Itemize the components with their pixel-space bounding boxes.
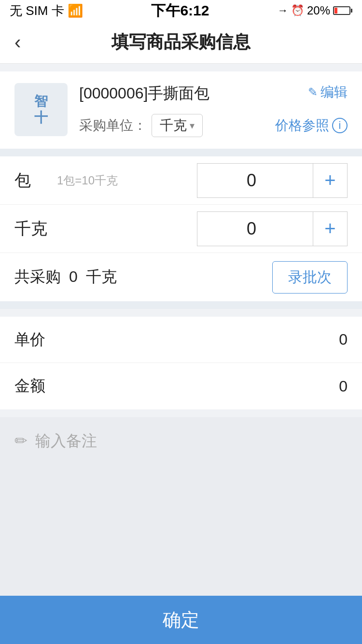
unit-value: 千克	[160, 116, 187, 135]
product-thumbnail: 智 十	[14, 83, 68, 136]
bao-input[interactable]	[197, 163, 313, 198]
back-button[interactable]: ‹	[14, 31, 43, 53]
confirm-button[interactable]: 确定	[0, 596, 362, 644]
location-icon: →	[278, 4, 288, 17]
separator-1	[0, 149, 362, 156]
product-logo: 智 十	[34, 93, 48, 126]
note-placeholder: 输入备注	[35, 431, 97, 452]
status-bar: 无 SIM 卡 📶 下午6:12 → ⏰ 20%	[0, 0, 362, 21]
amount-value: 0	[339, 378, 348, 395]
bao-control: +	[197, 163, 348, 198]
bao-sublabel: 1包=10千克	[57, 173, 197, 188]
bao-label: 包	[14, 169, 53, 192]
qianke-input[interactable]	[197, 211, 313, 246]
summary-text: 共采购 0 千克	[14, 266, 117, 288]
bao-row: 包 1包=10千克 +	[0, 156, 362, 205]
unit-select[interactable]: 千克 ▾	[152, 114, 203, 137]
qianke-control: +	[197, 211, 348, 246]
status-time: 下午6:12	[151, 1, 209, 21]
product-section: 智 十 [0000006]手撕面包 ✎ 编辑 采购单位： 千克 ▾	[0, 71, 362, 149]
qianke-label: 千克	[14, 218, 53, 240]
bao-plus-button[interactable]: +	[313, 163, 348, 198]
unit-label: 采购单位：	[79, 116, 147, 135]
product-unit: 采购单位： 千克 ▾	[79, 114, 203, 137]
sim-wifi-label: 无 SIM 卡 📶	[10, 2, 83, 19]
unit-price-label: 单价	[14, 329, 45, 350]
status-left: 无 SIM 卡 📶	[10, 2, 83, 19]
info-icon: i	[332, 118, 348, 133]
product-name: [0000006]手撕面包	[79, 83, 209, 104]
battery-icon	[333, 6, 352, 15]
price-ref-button[interactable]: 价格参照 i	[275, 116, 348, 135]
edit-icon: ✎	[308, 85, 318, 99]
product-info: [0000006]手撕面包 ✎ 编辑 采购单位： 千克 ▾ 价格参照 i	[79, 83, 348, 137]
qianke-row: 千克 +	[0, 205, 362, 253]
separator-2	[0, 301, 362, 309]
status-right: → ⏰ 20%	[278, 4, 352, 17]
alarm-icon: ⏰	[291, 4, 304, 17]
unit-price-row: 单价 0	[0, 317, 362, 363]
amount-label: 金额	[14, 376, 45, 397]
price-section: 单价 0 金额 0	[0, 317, 362, 409]
amount-row: 金额 0	[0, 363, 362, 409]
edit-button[interactable]: ✎ 编辑	[308, 83, 348, 101]
page-title: 填写商品采购信息	[111, 30, 251, 54]
battery-percent: 20%	[307, 4, 330, 17]
input-section: 包 1包=10千克 + 千克 + 共采购 0 千克 录批次	[0, 156, 362, 301]
summary-row: 共采购 0 千克 录批次	[0, 253, 362, 301]
batch-button[interactable]: 录批次	[272, 261, 348, 294]
dropdown-arrow-icon: ▾	[190, 120, 195, 131]
unit-price-value: 0	[339, 331, 348, 349]
qianke-plus-button[interactable]: +	[313, 211, 348, 246]
nav-bar: ‹ 填写商品采购信息	[0, 21, 362, 64]
pencil-icon: ✏	[14, 432, 28, 450]
product-meta: 采购单位： 千克 ▾ 价格参照 i	[79, 114, 348, 137]
